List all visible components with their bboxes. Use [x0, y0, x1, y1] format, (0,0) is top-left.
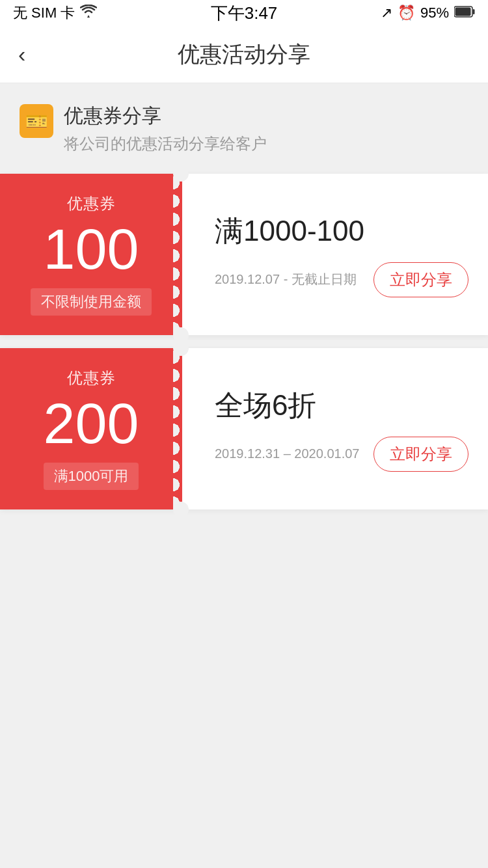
- time-text: 下午3:47: [211, 3, 278, 23]
- bottom-area: [0, 522, 488, 868]
- coupon-name-1: 满1000-100: [215, 212, 468, 251]
- status-bar: 无 SIM 卡 下午3:47 ↗ ⏰ 95%: [0, 0, 488, 26]
- coupon-card-2: 优惠券 200 满1000可用 全场6折 2019.12.31 – 2020.0…: [0, 348, 488, 509]
- nav-bar: ‹ 优惠活动分享: [0, 26, 488, 83]
- alarm-icon: ⏰: [398, 5, 415, 21]
- section-header: 🎫 优惠券分享 将公司的优惠活动分享给客户: [0, 83, 488, 167]
- coupon-amount-1: 100: [44, 221, 139, 278]
- section-heading: 优惠券分享: [64, 103, 267, 129]
- coupon-date-2: 2019.12.31 – 2020.01.07: [215, 446, 359, 461]
- page-title: 优惠活动分享: [178, 40, 310, 70]
- time-display: 下午3:47: [211, 2, 278, 25]
- coupon-bottom-1: 2019.12.07 - 无截止日期 立即分享: [215, 262, 468, 297]
- status-right: ↗ ⏰ 95%: [381, 5, 475, 21]
- coupon-type-2: 优惠券: [67, 368, 116, 388]
- section-text: 优惠券分享 将公司的优惠活动分享给客户: [64, 103, 267, 154]
- share-button-1[interactable]: 立即分享: [373, 262, 468, 297]
- coupon-condition-2: 满1000可用: [44, 463, 139, 490]
- status-left: 无 SIM 卡: [13, 3, 97, 23]
- coupon-left-1: 优惠券 100 不限制使用金额: [0, 174, 182, 335]
- coupon-right-1: 满1000-100 2019.12.07 - 无截止日期 立即分享: [182, 174, 488, 335]
- coupon-left-2: 优惠券 200 满1000可用: [0, 348, 182, 509]
- coupon-type-1: 优惠券: [67, 193, 116, 214]
- coupon-list: 优惠券 100 不限制使用金额 满1000-100 2019.12.07 - 无…: [0, 167, 488, 509]
- coupon-date-1: 2019.12.07 - 无截止日期: [215, 271, 357, 288]
- svg-rect-2: [455, 8, 471, 16]
- coupon-card-1: 优惠券 100 不限制使用金额 满1000-100 2019.12.07 - 无…: [0, 174, 488, 335]
- svg-rect-1: [473, 9, 475, 14]
- coupon-condition-1: 不限制使用金额: [31, 288, 152, 316]
- section-subtitle: 将公司的优惠活动分享给客户: [64, 133, 267, 154]
- back-button[interactable]: ‹: [18, 42, 25, 67]
- location-icon: ↗: [381, 5, 392, 21]
- battery-text: 95%: [420, 5, 449, 21]
- share-button-2[interactable]: 立即分享: [373, 437, 468, 472]
- carrier-text: 无 SIM 卡: [13, 3, 75, 23]
- coupon-right-2: 全场6折 2019.12.31 – 2020.01.07 立即分享: [182, 348, 488, 509]
- battery-icon: [454, 5, 475, 21]
- section-icon: 🎫: [20, 104, 53, 138]
- coupon-name-2: 全场6折: [215, 387, 468, 425]
- coupon-amount-2: 200: [44, 395, 139, 452]
- wifi-icon: [80, 5, 97, 21]
- coupon-bottom-2: 2019.12.31 – 2020.01.07 立即分享: [215, 437, 468, 472]
